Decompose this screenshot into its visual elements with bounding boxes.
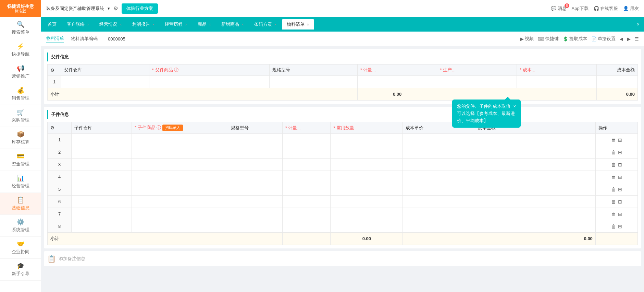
child-row-2-warehouse[interactable] bbox=[72, 146, 132, 159]
child-row-6-unit-cost[interactable] bbox=[403, 196, 475, 208]
message-badge[interactable]: 💬 消息 6 bbox=[551, 5, 567, 12]
child-row-3-amount[interactable] bbox=[475, 159, 596, 171]
child-row-3-copy-btn[interactable]: ⊞ bbox=[618, 162, 622, 167]
tab-ops-close[interactable]: × bbox=[120, 22, 122, 26]
child-row-1-delete-btn[interactable]: 🗑 bbox=[611, 137, 616, 143]
tab-goods[interactable]: 商品 × bbox=[193, 19, 216, 30]
child-row-7-unit[interactable] bbox=[282, 208, 331, 220]
parent-row-1-cost-type[interactable] bbox=[517, 76, 597, 88]
child-row-6-goods[interactable] bbox=[132, 196, 228, 208]
sidebar-item-sales[interactable]: 💰 销售管理 bbox=[0, 83, 41, 105]
child-row-2-delete-btn[interactable]: 🗑 bbox=[611, 150, 616, 155]
child-row-7-amount[interactable] bbox=[475, 208, 596, 220]
child-row-6-qty[interactable] bbox=[331, 196, 403, 208]
child-row-7-copy-btn[interactable]: ⊞ bbox=[618, 211, 622, 217]
parent-row-1-warehouse[interactable] bbox=[61, 76, 149, 88]
tab-new-goods-close[interactable]: × bbox=[242, 22, 244, 26]
app-download-link[interactable]: App下载 bbox=[572, 5, 589, 12]
child-row-5-qty[interactable] bbox=[331, 183, 403, 196]
tooltip-close[interactable]: × bbox=[513, 103, 516, 110]
sidebar-item-capital[interactable]: 💳 资金管理 bbox=[0, 149, 41, 171]
child-row-6-warehouse[interactable] bbox=[72, 196, 132, 208]
child-row-2-qty[interactable] bbox=[331, 146, 403, 159]
child-row-1-unit[interactable] bbox=[282, 134, 331, 146]
child-row-7-warehouse[interactable] bbox=[72, 208, 132, 220]
tab-new-goods[interactable]: 新增商品 × bbox=[216, 19, 248, 30]
tab-profit[interactable]: 利润报告 × bbox=[127, 19, 159, 30]
child-row-3-qty[interactable] bbox=[331, 159, 403, 171]
child-row-4-warehouse[interactable] bbox=[72, 171, 132, 183]
child-row-8-copy-btn[interactable]: ⊞ bbox=[618, 224, 622, 229]
child-row-4-amount[interactable] bbox=[475, 171, 596, 183]
sidebar-item-marketing[interactable]: 📢 营销推广 bbox=[0, 61, 41, 83]
extract-cost-tool[interactable]: 💲 提取成本 bbox=[563, 36, 587, 42]
tab-history[interactable]: 经营历程 × bbox=[160, 19, 192, 30]
nav-next[interactable]: ▶ bbox=[627, 36, 631, 42]
tab-profit-close[interactable]: × bbox=[152, 22, 154, 26]
child-row-6-spec[interactable] bbox=[228, 196, 282, 208]
tab-barcode-close[interactable]: × bbox=[274, 22, 276, 26]
child-row-3-spec[interactable] bbox=[228, 159, 282, 171]
child-row-3-unit[interactable] bbox=[282, 159, 331, 171]
child-row-1-spec[interactable] bbox=[228, 134, 282, 146]
sidebar-item-operations[interactable]: 📊 经营管理 bbox=[0, 171, 41, 193]
child-row-5-goods[interactable] bbox=[132, 183, 228, 196]
child-row-8-goods[interactable] bbox=[132, 220, 228, 233]
child-row-5-unit-cost[interactable] bbox=[403, 183, 475, 196]
child-row-5-amount[interactable] bbox=[475, 183, 596, 196]
child-row-4-delete-btn[interactable]: 🗑 bbox=[611, 174, 616, 180]
user-avatar[interactable]: 👤 用友 bbox=[623, 5, 639, 12]
child-row-7-spec[interactable] bbox=[228, 208, 282, 220]
parent-row-1-amount[interactable] bbox=[597, 76, 638, 88]
child-row-1-qty[interactable] bbox=[331, 134, 403, 146]
child-row-4-spec[interactable] bbox=[228, 171, 282, 183]
child-row-5-warehouse[interactable] bbox=[72, 183, 132, 196]
video-tool[interactable]: ▶ 视频 bbox=[520, 36, 534, 42]
child-row-8-unit-cost[interactable] bbox=[403, 220, 475, 233]
child-row-8-amount[interactable] bbox=[475, 220, 596, 233]
parent-row-1-spec[interactable] bbox=[269, 76, 357, 88]
child-row-2-amount[interactable] bbox=[475, 146, 596, 159]
tab-bom-close[interactable]: × bbox=[307, 22, 309, 26]
sidebar-item-basic[interactable]: 📋 基础信息 bbox=[0, 193, 41, 215]
parent-row-1-produce[interactable] bbox=[437, 76, 517, 88]
child-row-4-qty[interactable] bbox=[331, 171, 403, 183]
child-row-2-unit-cost[interactable] bbox=[403, 146, 475, 159]
child-row-7-unit-cost[interactable] bbox=[403, 208, 475, 220]
child-row-2-unit[interactable] bbox=[282, 146, 331, 159]
sidebar-item-quick-nav[interactable]: ⚡ 快捷导航 bbox=[0, 39, 41, 61]
child-row-6-amount[interactable] bbox=[475, 196, 596, 208]
sidebar-item-search[interactable]: 🔍 搜索菜单 bbox=[0, 17, 41, 39]
sub-tab-bom[interactable]: 物料清单 bbox=[46, 34, 64, 43]
scan-input-btn[interactable]: 扫码录入 bbox=[162, 125, 183, 131]
child-row-8-unit[interactable] bbox=[282, 220, 331, 233]
tab-history-close[interactable]: × bbox=[185, 22, 187, 26]
child-row-1-warehouse[interactable] bbox=[72, 134, 132, 146]
single-settings-tool[interactable]: 📄 单据设置 bbox=[591, 36, 616, 42]
sidebar-item-guide[interactable]: 🎓 新手引导 bbox=[0, 259, 41, 281]
tab-operations-status[interactable]: 经营情况 × bbox=[95, 19, 126, 30]
child-row-5-copy-btn[interactable]: ⊞ bbox=[618, 187, 622, 192]
child-row-3-warehouse[interactable] bbox=[72, 159, 132, 171]
parent-row-1-goods[interactable] bbox=[149, 76, 269, 88]
child-row-7-goods[interactable] bbox=[132, 208, 228, 220]
child-row-5-unit[interactable] bbox=[282, 183, 331, 196]
child-row-8-qty[interactable] bbox=[331, 220, 403, 233]
topbar-dropdown[interactable]: ▾ bbox=[108, 6, 110, 11]
child-row-4-unit-cost[interactable] bbox=[403, 171, 475, 183]
child-col-settings[interactable]: ⚙ bbox=[48, 122, 72, 134]
child-row-6-delete-btn[interactable]: 🗑 bbox=[611, 199, 616, 205]
sidebar-item-purchase[interactable]: 🛒 采购管理 bbox=[0, 105, 41, 127]
child-row-6-unit[interactable] bbox=[282, 196, 331, 208]
child-row-8-warehouse[interactable] bbox=[72, 220, 132, 233]
tab-goods-close[interactable]: × bbox=[209, 22, 211, 26]
sub-tab-code[interactable]: 物料清单编码 bbox=[71, 35, 98, 43]
experience-btn[interactable]: 体验行业方案 bbox=[122, 3, 158, 14]
child-row-1-amount[interactable] bbox=[475, 134, 596, 146]
child-row-3-goods[interactable] bbox=[132, 159, 228, 171]
child-row-3-unit-cost[interactable] bbox=[403, 159, 475, 171]
tab-bom[interactable]: 物料清单 × bbox=[282, 19, 314, 30]
child-row-1-goods[interactable] bbox=[132, 134, 228, 146]
child-row-8-delete-btn[interactable]: 🗑 bbox=[611, 224, 616, 229]
online-service-link[interactable]: 🎧 在线客服 bbox=[594, 5, 618, 12]
